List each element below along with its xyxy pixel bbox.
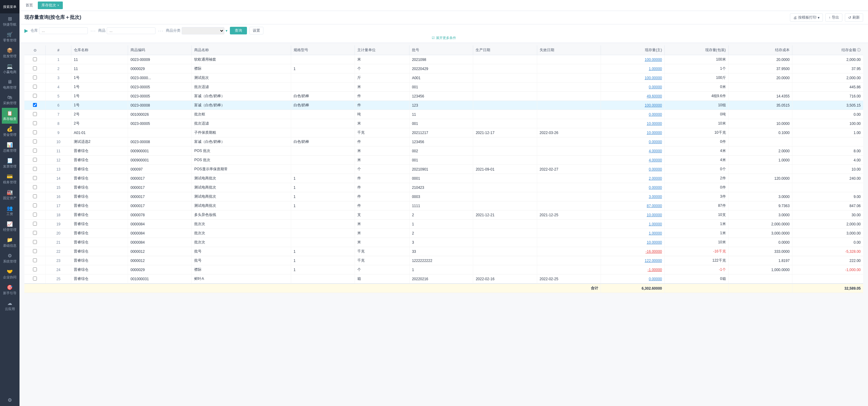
qty-link[interactable]: 100.00000 bbox=[645, 76, 662, 80]
row-checkbox[interactable] bbox=[24, 183, 46, 192]
checkbox-input[interactable] bbox=[33, 194, 37, 198]
sidebar-item-cloud-apps[interactable]: ☁云应用 bbox=[2, 298, 18, 314]
row-checkbox[interactable] bbox=[24, 247, 46, 256]
row-checkbox[interactable] bbox=[24, 201, 46, 210]
qty-link[interactable]: 0.00000 bbox=[649, 277, 662, 281]
nav-tab-inventory[interactable]: 库存批次 × bbox=[38, 2, 63, 9]
qty-link[interactable]: 10.00000 bbox=[647, 240, 662, 244]
table-row[interactable]: 6 1号 0023-00008 富诚（白色/奶棒） 白色/奶棒 件 123 10… bbox=[24, 101, 863, 110]
sidebar-item-purchase-mgmt[interactable]: 🛍采购管理 bbox=[2, 92, 18, 108]
checkbox-input[interactable] bbox=[33, 167, 37, 171]
qty-link[interactable]: 2.00000 bbox=[649, 176, 662, 181]
row-checkbox[interactable] bbox=[24, 219, 46, 229]
qty-link[interactable]: -16.00000 bbox=[645, 249, 662, 254]
sidebar-item-sys-mgmt[interactable]: ⚙系统管理 bbox=[2, 250, 18, 266]
nav-close-icon[interactable]: × bbox=[57, 4, 59, 7]
checkbox-input[interactable] bbox=[33, 258, 37, 262]
row-checkbox[interactable] bbox=[24, 55, 46, 64]
row-checkbox[interactable] bbox=[24, 174, 46, 183]
settings-button[interactable]: 设置 bbox=[249, 27, 264, 34]
export-button[interactable]: ↑ 导出 bbox=[825, 13, 842, 22]
category-select[interactable] bbox=[182, 27, 224, 34]
product-input[interactable] bbox=[107, 27, 155, 34]
checkbox-input[interactable] bbox=[33, 121, 37, 125]
print-button[interactable]: 🖨 按模板打印 ▾ bbox=[790, 13, 823, 22]
row-checkbox[interactable] bbox=[24, 64, 46, 73]
nav-tab-home[interactable]: 首页 bbox=[22, 2, 37, 9]
row-checkbox[interactable] bbox=[24, 210, 46, 219]
table-row[interactable]: 2 11 0000029 襟际 1 个 20220429 1.00000 1个 … bbox=[24, 64, 863, 73]
checkbox-input[interactable] bbox=[33, 66, 37, 70]
sidebar-search[interactable]: 搜索菜单 bbox=[0, 0, 20, 13]
table-row[interactable]: 18 晋睿综仓 0000078 多头异色妆线 支 2 2021-12-21 20… bbox=[24, 210, 863, 219]
row-checkbox[interactable] bbox=[24, 73, 46, 82]
qty-link[interactable]: 49.60000 bbox=[647, 94, 662, 98]
row-checkbox[interactable] bbox=[24, 192, 46, 201]
row-checkbox[interactable] bbox=[24, 156, 46, 165]
table-row[interactable]: 15 晋睿综仓 0000017 测试电商批次 1 件 210423 0.0000… bbox=[24, 183, 863, 192]
checkbox-input[interactable] bbox=[33, 249, 37, 253]
sidebar-item-invoice-mgmt[interactable]: 🧾发票管理 bbox=[2, 155, 18, 171]
qty-link[interactable]: -1.00000 bbox=[648, 268, 662, 272]
qty-link[interactable]: 0.00000 bbox=[649, 85, 662, 89]
qty-link[interactable]: 100.00000 bbox=[645, 58, 662, 62]
qty-link[interactable]: 87.00000 bbox=[647, 204, 662, 208]
qty-link[interactable]: 10.00000 bbox=[647, 131, 662, 135]
qty-link[interactable]: 0.00000 bbox=[649, 185, 662, 190]
checkbox-input[interactable] bbox=[33, 276, 37, 280]
row-checkbox[interactable] bbox=[24, 128, 46, 137]
table-row[interactable]: 3 1号 0023-0000... 测试批次 斤 A001 100.00000 … bbox=[24, 73, 863, 82]
table-row[interactable]: 13 晋睿综仓 000097 POS显示率保质期常 个 20210901 202… bbox=[24, 165, 863, 174]
sidebar-item-new-guide[interactable]: 🎯新手引导 bbox=[2, 282, 18, 298]
row-checkbox[interactable] bbox=[24, 238, 46, 247]
checkbox-input[interactable] bbox=[33, 267, 37, 271]
table-row[interactable]: 16 晋睿综仓 0000017 测试电商批次 1 件 0003 3.00000 … bbox=[24, 192, 863, 201]
row-checkbox[interactable] bbox=[24, 92, 46, 101]
checkbox-input[interactable] bbox=[33, 75, 37, 79]
table-row[interactable]: 1 11 0023-00009 软欧通用袖套 米 2021098 100.000… bbox=[24, 55, 863, 64]
checkbox-input[interactable] bbox=[33, 158, 37, 162]
qty-link[interactable]: 10.00000 bbox=[647, 122, 662, 126]
qty-link[interactable]: 0.00000 bbox=[649, 112, 662, 117]
row-checkbox[interactable] bbox=[24, 146, 46, 156]
table-row[interactable]: 10 测试适选2 0023-00008 富诚（白色/奶棒） 白色/奶棒 件 12… bbox=[24, 137, 863, 146]
sidebar-item-batch-mgmt[interactable]: 📦批发管理 bbox=[2, 45, 18, 61]
row-checkbox[interactable] bbox=[24, 165, 46, 174]
row-checkbox[interactable] bbox=[24, 101, 46, 110]
qty-link[interactable]: 1.00000 bbox=[649, 222, 662, 226]
sidebar-item-inventory-audit[interactable]: 📋库存核查 bbox=[2, 108, 18, 124]
table-row[interactable]: 12 晋睿综仓 000900001 POS 批次 米 001 4.00000 4… bbox=[24, 156, 863, 165]
row-checkbox[interactable] bbox=[24, 137, 46, 146]
table-row[interactable]: 24 晋睿综仓 0000029 襟际 1 个 1 -1.00000 -1个 1,… bbox=[24, 265, 863, 274]
query-button[interactable]: 查询 bbox=[230, 27, 247, 34]
checkbox-input[interactable] bbox=[33, 149, 37, 153]
settings-icon[interactable]: ⚙ bbox=[0, 394, 20, 406]
qty-link[interactable]: 0.00000 bbox=[649, 140, 662, 144]
table-row[interactable]: 19 晋睿综仓 0000084 批次次 米 1 1.00000 1米 2,000… bbox=[24, 219, 863, 229]
row-checkbox[interactable] bbox=[24, 110, 46, 119]
checkbox-input[interactable] bbox=[33, 85, 37, 89]
sidebar-item-enterprise-collab[interactable]: 🤝企业协同 bbox=[2, 266, 18, 282]
checkbox-input[interactable] bbox=[33, 130, 37, 134]
table-row[interactable]: 5 1号 0023-00005 富诚（白色/奶棒） 白色/奶棒 件 123456… bbox=[24, 92, 863, 101]
sidebar-item-basic-info[interactable]: 📁基础信息 bbox=[2, 235, 18, 250]
sidebar-item-ec-mgmt[interactable]: 🖥电商管理 bbox=[2, 77, 18, 92]
expand-conditions[interactable]: ☑ 展开更多条件 bbox=[24, 36, 863, 40]
sidebar-item-quick-nav[interactable]: ⊞快捷导航 bbox=[2, 13, 18, 29]
checkbox-input[interactable] bbox=[33, 203, 37, 207]
table-row[interactable]: 23 晋睿综仓 0000012 批号 1 千克 1222222222 122.0… bbox=[24, 256, 863, 265]
table-row[interactable]: 21 晋睿综仓 0000084 批次次 米 3 10.00000 10米 0.0… bbox=[24, 238, 863, 247]
warehouse-input[interactable] bbox=[39, 27, 88, 34]
checkbox-input[interactable] bbox=[33, 112, 37, 116]
sidebar-item-fixed-assets[interactable]: 🏭固定资产 bbox=[2, 187, 18, 203]
sidebar-item-labor[interactable]: 👥工资 bbox=[2, 203, 18, 219]
table-row[interactable]: 9 A01-01 子件保质期粗 千克 20211217 2021-12-17 2… bbox=[24, 128, 863, 137]
table-row[interactable]: 8 2号 0023-00005 批次适滤 米 001 10.00000 10米 … bbox=[24, 119, 863, 128]
row-checkbox[interactable] bbox=[24, 274, 46, 284]
table-row[interactable]: 14 晋睿综仓 0000017 测试电商批次 1 件 0001 2.00000 … bbox=[24, 174, 863, 183]
row-checkbox[interactable] bbox=[24, 119, 46, 128]
qty-link[interactable]: 4.00000 bbox=[649, 158, 662, 162]
sidebar-item-sales-mgmt[interactable]: 🛒零售管理 bbox=[2, 29, 18, 45]
table-row[interactable]: 17 晋睿综仓 0000017 测试电商批次 1 件 1111 87.00000… bbox=[24, 201, 863, 210]
checkbox-input[interactable] bbox=[33, 139, 37, 143]
